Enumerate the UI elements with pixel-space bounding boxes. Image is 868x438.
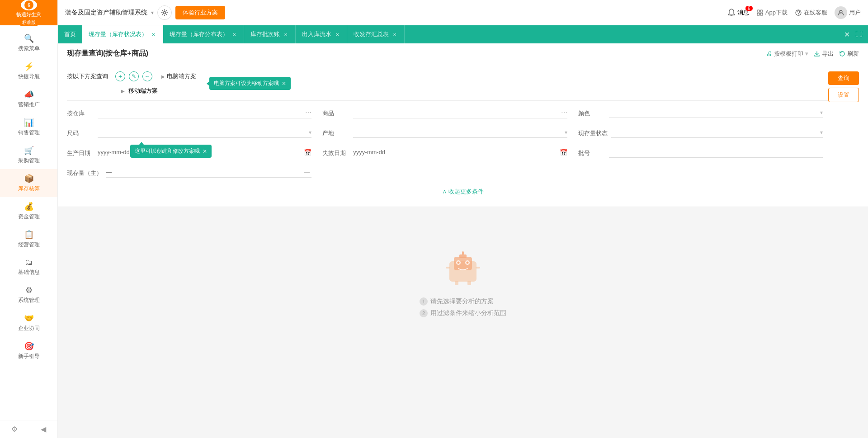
- user-area[interactable]: 用户: [835, 6, 861, 19]
- sidebar-item-inventory[interactable]: 📦 库存核算: [0, 169, 57, 197]
- expiry-date-input[interactable]: [353, 149, 557, 155]
- tooltip2-close-btn[interactable]: ✕: [203, 148, 207, 155]
- scheme-desktop[interactable]: ▶ 电脑端方案: [161, 72, 196, 80]
- sidebar-item-system[interactable]: ⚙ 系统管理: [0, 281, 57, 309]
- svg-point-15: [467, 262, 469, 264]
- svg-rect-20: [455, 281, 458, 285]
- stock-status-dropdown-icon[interactable]: ▾: [820, 129, 823, 136]
- system-dropdown-arrow[interactable]: ▾: [151, 9, 154, 16]
- hint-2: 2 用过滤条件来缩小分析范围: [420, 309, 506, 317]
- sidebar-item-marketing[interactable]: 📣 营销推广: [0, 85, 57, 113]
- mobile-scheme-arrow: ▶: [121, 89, 125, 94]
- operation-icon: 📋: [24, 230, 34, 240]
- basic-icon: 🗂: [25, 258, 33, 267]
- scheme-edit-button[interactable]: ✎: [129, 71, 139, 81]
- app-name: 畅通好生意: [16, 11, 41, 18]
- size-input[interactable]: [98, 129, 307, 136]
- empty-cell-2: [578, 166, 823, 180]
- sidebar-item-finance[interactable]: 💰 资金管理: [0, 197, 57, 225]
- stock-status-field: 现存量状态 ▾: [578, 126, 823, 141]
- expiry-date-control: 📅: [353, 149, 567, 158]
- tab-expand-btn[interactable]: ⛶: [854, 28, 864, 40]
- settings-gear-button[interactable]: [157, 5, 172, 20]
- sidebar-item-label: 新手引导: [18, 353, 40, 360]
- color-field: 颜色 ▾: [578, 106, 823, 121]
- sidebar-item-purchase[interactable]: 🛒 采购管理: [0, 141, 57, 169]
- size-dropdown-icon[interactable]: ▾: [309, 129, 311, 136]
- empty-cell-1: [322, 166, 567, 180]
- app-download-btn[interactable]: App下载: [756, 9, 788, 17]
- collapse-label: 收起更多条件: [448, 188, 484, 195]
- tab-inventory-dist-close[interactable]: ✕: [231, 31, 237, 38]
- sidebar-item-label: 采购管理: [18, 157, 40, 165]
- color-dropdown-icon[interactable]: ▾: [820, 109, 823, 116]
- search-menu-icon: 🔍: [24, 33, 34, 43]
- svg-rect-16: [459, 254, 467, 258]
- sidebar-settings-btn[interactable]: ⚙: [11, 425, 18, 433]
- query-button[interactable]: 查询: [828, 71, 859, 85]
- tab-in-out-flow-close[interactable]: ✕: [334, 31, 340, 38]
- production-date-calendar-icon[interactable]: 📅: [304, 149, 311, 156]
- tab-receive-summary[interactable]: 收发存汇总表 ✕: [347, 25, 405, 43]
- tab-batch-ledger-close[interactable]: ✕: [283, 31, 289, 38]
- refresh-btn[interactable]: 刷新: [839, 50, 859, 58]
- tab-inventory-dist[interactable]: 现存量（库存分布表） ✕: [163, 25, 244, 43]
- collapse-btn[interactable]: ∧ 收起更多条件: [67, 184, 859, 199]
- tab-batch-ledger[interactable]: 库存批次账 ✕: [244, 25, 296, 43]
- batch-input[interactable]: [609, 149, 823, 155]
- tab-receive-summary-close[interactable]: ✕: [392, 31, 398, 38]
- sidebar-item-enterprise[interactable]: 🤝 企业协同: [0, 309, 57, 337]
- page-title: 现存量查询(按仓库+商品): [67, 49, 148, 58]
- tab-inventory-status-close[interactable]: ✕: [150, 31, 156, 38]
- origin-input[interactable]: [353, 129, 562, 136]
- print-icon: 🖨: [766, 50, 772, 57]
- expiry-date-calendar-icon[interactable]: 📅: [560, 149, 567, 156]
- warehouse-input[interactable]: [98, 109, 303, 116]
- tab-in-out-flow[interactable]: 出入库流水 ✕: [296, 25, 347, 43]
- sidebar-item-quick-nav[interactable]: ⚡ 快捷导航: [0, 57, 57, 85]
- warehouse-field: 按仓库 ⋯: [67, 106, 311, 121]
- goods-more-icon[interactable]: ⋯: [561, 109, 567, 116]
- svg-rect-21: [467, 281, 471, 285]
- tab-inventory-status[interactable]: 现存量（库存状况表） ✕: [82, 25, 163, 43]
- hint-1: 1 请先选择要分析的方案: [420, 297, 506, 306]
- tooltip1-close-btn[interactable]: ✕: [282, 80, 286, 87]
- trial-industry-button[interactable]: 体验行业方案: [175, 6, 225, 19]
- scheme-arrow-button[interactable]: ←: [142, 71, 152, 81]
- user-avatar: [835, 6, 847, 19]
- header-right: 6 消息 App下载 在线客服: [727, 6, 861, 19]
- online-service-btn[interactable]: 在线客服: [795, 9, 827, 17]
- color-input[interactable]: [609, 109, 818, 116]
- tab-close-all-btn[interactable]: ✕: [842, 28, 852, 41]
- sidebar-collapse-btn[interactable]: ◀: [41, 425, 46, 433]
- scheme-desktop-label: 电脑端方案: [167, 72, 196, 80]
- tooltip-desktop-scheme: 电脑方案可设为移动方案哦 ✕: [209, 77, 291, 90]
- template-print-btn[interactable]: 🖨 按模板打印 ▾: [766, 50, 808, 58]
- export-btn[interactable]: 导出: [814, 50, 834, 58]
- expiry-date-label: 失效日期: [322, 149, 349, 157]
- goods-field: 商品 ⋯: [322, 106, 567, 121]
- tab-in-out-flow-label: 出入库流水: [302, 30, 331, 38]
- hint-1-text: 请先选择要分析的方案: [430, 297, 494, 306]
- logo-icon: 6: [21, 0, 37, 10]
- scheme-add-button[interactable]: +: [115, 71, 125, 81]
- tab-home[interactable]: 首页: [58, 25, 82, 43]
- notification-area[interactable]: 6 消息: [727, 9, 749, 17]
- stock-main-input[interactable]: [106, 169, 300, 175]
- svg-rect-19: [476, 267, 480, 268]
- warehouse-more-icon[interactable]: ⋯: [305, 109, 311, 116]
- sidebar-item-sales[interactable]: 📊 销售管理: [0, 113, 57, 141]
- set-button[interactable]: 设置: [828, 88, 859, 102]
- sidebar-item-basic[interactable]: 🗂 基础信息: [0, 253, 57, 281]
- stock-status-input[interactable]: [611, 129, 818, 136]
- sidebar-item-search-menu[interactable]: 🔍 搜索菜单: [0, 29, 57, 57]
- sidebar-item-operation[interactable]: 📋 经营管理: [0, 225, 57, 253]
- empty-state: 1 请先选择要分析的方案 2 用过滤条件来缩小分析范围: [58, 207, 868, 353]
- production-date-label: 生产日期: [67, 149, 94, 157]
- sidebar-item-guide[interactable]: 🎯 新手引导: [0, 337, 57, 365]
- header-left: 装备及固定资产辅助管理系统 ▾ 体验行业方案: [65, 5, 225, 20]
- goods-input[interactable]: [353, 109, 559, 116]
- app-download-label: App下载: [765, 9, 788, 17]
- stock-main-separator: —: [304, 169, 310, 175]
- origin-dropdown-icon[interactable]: ▾: [565, 129, 567, 136]
